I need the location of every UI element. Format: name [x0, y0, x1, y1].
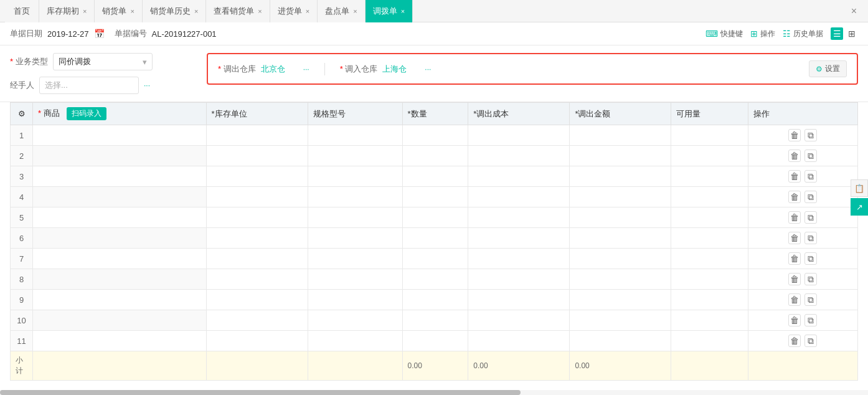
row-spec-2[interactable] [308, 146, 402, 166]
operations-action[interactable]: ⊞ 操作 [750, 29, 775, 39]
row-qty-6[interactable] [402, 228, 468, 249]
biz-type-select[interactable]: 同价调拨 ▾ [53, 53, 153, 70]
row-spec-4[interactable] [308, 187, 402, 207]
tab-inventory-count[interactable]: 盘点单 × [318, 0, 365, 22]
row-cost-4[interactable] [468, 187, 570, 207]
row-amount-5[interactable] [570, 207, 671, 228]
row-product-1[interactable] [33, 125, 207, 146]
row-copy-icon-2[interactable]: ⧉ [804, 150, 817, 162]
row-spec-1[interactable] [308, 125, 402, 146]
row-qty-5[interactable] [402, 207, 468, 228]
row-delete-icon-7[interactable]: 🗑 [788, 252, 801, 265]
layout-list-icon[interactable]: ☰ [831, 27, 843, 40]
tab-sales-history[interactable]: 销货单历史 × [143, 0, 206, 22]
th-gear[interactable]: ⚙ [11, 103, 33, 125]
row-cost-6[interactable] [468, 228, 570, 249]
row-qty-8[interactable] [402, 269, 468, 290]
row-amount-8[interactable] [570, 269, 671, 290]
row-unit-7[interactable] [206, 249, 308, 269]
row-available-3[interactable] [671, 166, 748, 187]
row-copy-icon-1[interactable]: ⧉ [804, 129, 817, 141]
row-unit-6[interactable] [206, 228, 308, 249]
row-spec-6[interactable] [308, 228, 402, 249]
row-delete-icon-10[interactable]: 🗑 [788, 314, 801, 326]
row-copy-icon-9[interactable]: ⧉ [804, 293, 817, 306]
row-available-1[interactable] [671, 125, 748, 146]
row-delete-icon-4[interactable]: 🗑 [788, 191, 801, 203]
row-copy-icon-3[interactable]: ⧉ [804, 170, 817, 183]
row-qty-7[interactable] [402, 249, 468, 269]
tab-purchase[interactable]: 进货单 × [270, 0, 318, 22]
row-delete-icon-9[interactable]: 🗑 [788, 293, 801, 306]
row-spec-11[interactable] [308, 331, 402, 351]
row-unit-8[interactable] [206, 269, 308, 290]
row-product-9[interactable] [33, 290, 207, 310]
row-amount-1[interactable] [570, 125, 671, 146]
row-amount-10[interactable] [570, 310, 671, 331]
warehouse-out-more-icon[interactable]: ··· [303, 65, 309, 74]
row-cost-1[interactable] [468, 125, 570, 146]
row-amount-6[interactable] [570, 228, 671, 249]
row-qty-10[interactable] [402, 310, 468, 331]
warehouse-in-more-icon[interactable]: ··· [425, 65, 431, 74]
row-unit-11[interactable] [206, 331, 308, 351]
layout-grid-icon[interactable]: ⊞ [846, 27, 858, 40]
row-copy-icon-8[interactable]: ⧉ [804, 273, 817, 285]
row-amount-2[interactable] [570, 146, 671, 166]
row-qty-9[interactable] [402, 290, 468, 310]
row-delete-icon-1[interactable]: 🗑 [788, 129, 801, 141]
tab-sales-order[interactable]: 销货单 × [95, 0, 142, 22]
row-product-11[interactable] [33, 331, 207, 351]
row-spec-8[interactable] [308, 269, 402, 290]
row-cost-11[interactable] [468, 331, 570, 351]
row-product-7[interactable] [33, 249, 207, 269]
row-delete-icon-11[interactable]: 🗑 [788, 335, 801, 347]
row-available-11[interactable] [671, 331, 748, 351]
scrollbar-track[interactable] [0, 390, 868, 395]
row-delete-icon-8[interactable]: 🗑 [788, 273, 801, 285]
row-copy-icon-5[interactable]: ⧉ [804, 211, 817, 224]
tab-home[interactable]: 首页 [5, 0, 39, 22]
tab-transfer[interactable]: 调拨单 × [366, 0, 413, 22]
settings-button[interactable]: ⚙ 设置 [809, 60, 847, 77]
row-available-2[interactable] [671, 146, 748, 166]
row-product-2[interactable] [33, 146, 207, 166]
row-delete-icon-5[interactable]: 🗑 [788, 211, 801, 224]
tab-inventory-init[interactable]: 库存期初 × [39, 0, 95, 22]
row-spec-7[interactable] [308, 249, 402, 269]
row-amount-3[interactable] [570, 166, 671, 187]
row-copy-icon-11[interactable]: ⧉ [804, 335, 817, 347]
row-product-6[interactable] [33, 228, 207, 249]
row-amount-4[interactable] [570, 187, 671, 207]
row-copy-icon-4[interactable]: ⧉ [804, 191, 817, 203]
tab-transfer-close[interactable]: × [401, 7, 405, 15]
row-qty-11[interactable] [402, 331, 468, 351]
row-unit-2[interactable] [206, 146, 308, 166]
row-qty-3[interactable] [402, 166, 468, 187]
row-product-8[interactable] [33, 269, 207, 290]
tab-sales-order-close[interactable]: × [130, 7, 134, 15]
row-copy-icon-7[interactable]: ⧉ [804, 252, 817, 265]
row-delete-icon-2[interactable]: 🗑 [788, 150, 801, 162]
row-available-5[interactable] [671, 207, 748, 228]
row-product-10[interactable] [33, 310, 207, 331]
row-available-6[interactable] [671, 228, 748, 249]
row-available-4[interactable] [671, 187, 748, 207]
row-unit-5[interactable] [206, 207, 308, 228]
row-available-10[interactable] [671, 310, 748, 331]
row-amount-7[interactable] [570, 249, 671, 269]
row-delete-icon-3[interactable]: 🗑 [788, 170, 801, 183]
row-cost-5[interactable] [468, 207, 570, 228]
row-available-7[interactable] [671, 249, 748, 269]
export-panel-button[interactable]: ↗ [851, 198, 868, 216]
close-window-button[interactable]: × [845, 6, 863, 17]
row-cost-7[interactable] [468, 249, 570, 269]
row-spec-9[interactable] [308, 290, 402, 310]
row-cost-9[interactable] [468, 290, 570, 310]
row-amount-9[interactable] [570, 290, 671, 310]
row-spec-3[interactable] [308, 166, 402, 187]
history-action[interactable]: ☷ 历史单据 [783, 29, 823, 39]
handler-select[interactable]: 选择... [39, 77, 139, 94]
shortcuts-action[interactable]: ⌨ 快捷键 [705, 29, 743, 39]
row-qty-2[interactable] [402, 146, 468, 166]
